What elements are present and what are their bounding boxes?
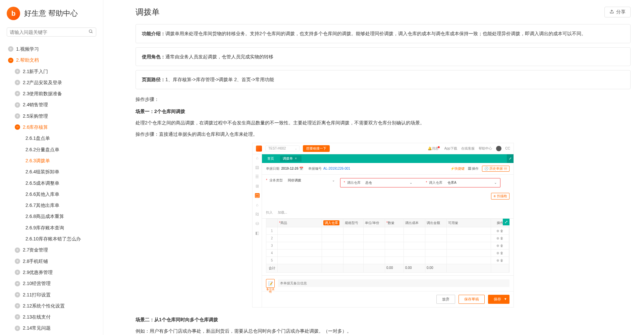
rail-icon[interactable]: ⌂ — [255, 203, 260, 207]
note-input[interactable] — [278, 279, 509, 287]
nav-item[interactable]: +2.7资金管理 — [7, 244, 96, 255]
nav-tree: +1.视频学习−2.帮助文档+2.1新手入门+2.2产品安装及登录+2.3使用前… — [7, 43, 96, 335]
table-row[interactable]: 1⊕ 🗑 — [266, 227, 509, 235]
quickkey-link[interactable]: ⚡快捷键 — [450, 166, 465, 171]
nav-label: 2.1新手入门 — [23, 69, 48, 74]
nav-item[interactable]: +2.14常见问题 — [7, 322, 96, 333]
nav-item[interactable]: +2.13在线支付 — [7, 311, 96, 322]
service-link[interactable]: 在线客服 — [461, 146, 475, 151]
plus-icon: + — [15, 259, 20, 264]
close-icon[interactable]: × — [295, 157, 297, 160]
nav-item[interactable]: +2.9优惠券管理 — [7, 267, 96, 278]
nav-item[interactable]: +2.10经营管理 — [7, 278, 96, 289]
plus-icon: + — [15, 281, 20, 286]
brand: b 好生意 帮助中心 — [7, 7, 96, 20]
save-button[interactable]: 保存 — [488, 295, 509, 304]
discard-button[interactable]: 放弃 — [436, 295, 455, 304]
nav-item[interactable]: +2.1新手入门 — [7, 66, 96, 77]
scan-input-field[interactable]: 扫入 加载... — [266, 210, 287, 215]
action-bar: 放弃 保存草稿 保存 — [262, 291, 514, 307]
rail-icon[interactable]: ⊞ — [255, 184, 260, 188]
nav-item[interactable]: −2.帮助文档 — [7, 54, 96, 65]
nav-label: 2.6.10库存账本错了怎么办 — [25, 236, 81, 241]
plus-icon: + — [15, 69, 20, 74]
note-icon[interactable]: 📝备注说明 — [266, 279, 275, 288]
nav-item[interactable]: +1.视频学习 — [7, 43, 96, 54]
history-button[interactable]: 🕘 历史单据 ▤ — [482, 166, 509, 172]
app-logo-icon — [256, 146, 262, 152]
rail-icon-active[interactable]: ◫ — [255, 193, 260, 198]
msg-link[interactable]: 🔔消息 — [428, 146, 440, 151]
nav-item[interactable]: 2.6.1盘点单 — [7, 132, 96, 144]
tab-doc[interactable]: 调拨单× — [280, 156, 302, 162]
plus-icon: + — [15, 80, 20, 85]
nav-label: 2.12系统个性化设置 — [23, 303, 65, 309]
note-row: 📝备注说明 — [262, 275, 514, 291]
nav-item[interactable]: 2.6.5成本调整单 — [7, 177, 96, 188]
nav-item[interactable]: +2.2产品安装及登录 — [7, 77, 96, 88]
plus-icon: + — [15, 247, 20, 253]
out-wh-field[interactable]: *调出仓库 总仓⌄ — [344, 180, 413, 185]
table-row[interactable]: 2⊕ 🗑 — [266, 235, 509, 242]
expand-icon[interactable]: ⤢ — [507, 154, 514, 163]
nav-label: 2.6.9库存账本查询 — [25, 225, 64, 230]
table-row[interactable]: 5⊕ 🗑 — [266, 257, 509, 264]
nav-item[interactable]: 2.6.3调拨单 — [7, 155, 96, 166]
nav-item[interactable]: +2.15操作案例 — [7, 334, 96, 335]
rail-icon[interactable]: ▤ — [255, 165, 260, 170]
date-value[interactable]: 2019-12-26 — [281, 167, 299, 170]
fullscreen-icon[interactable]: ⤢ — [503, 219, 509, 225]
nav-label: 2.4销售管理 — [23, 102, 48, 108]
nav-item[interactable]: −2.6库存核算 — [7, 121, 96, 132]
col-in-pill[interactable]: 调入仓库 — [323, 220, 339, 225]
nav-label: 2.10经营管理 — [23, 281, 51, 286]
app-link[interactable]: App下载 — [444, 146, 457, 151]
search-box[interactable] — [7, 27, 96, 37]
role-text: 通常由业务人员发起调拨，仓管人员完成实物的转移 — [165, 54, 273, 59]
doc-no-label: 单据编号 — [308, 167, 322, 170]
scene1-desc: 处理2个仓库之间的商品调拨，在调拨过程中不会发生商品数量的不一致性。主要处理近距… — [136, 118, 631, 127]
in-wh-field[interactable]: *调入仓库 仓库A⌄ — [426, 180, 496, 185]
rail-icon[interactable]: ◧ — [255, 231, 260, 235]
search-input[interactable] — [10, 30, 89, 35]
rail-icon[interactable]: ⌂ — [255, 156, 260, 160]
nav-item[interactable]: +2.11打印设置 — [7, 289, 96, 300]
nav-item[interactable]: 2.6.7其他出库单 — [7, 200, 96, 211]
nav-item[interactable]: 2.6.2分量盘点单 — [7, 144, 96, 155]
intro-label: 功能介绍： — [142, 31, 165, 36]
tab-bar: 首页 调拨单× ⤢ — [262, 154, 514, 163]
share-button[interactable]: 分享 — [604, 7, 631, 17]
biztype-field[interactable]: *业务类型 同价调拨⌄ — [266, 178, 335, 183]
table-row[interactable]: 3⊕ 🗑 — [266, 242, 509, 249]
ops-link[interactable]: ☰ 操作 — [468, 166, 479, 171]
nav-item[interactable]: +2.4销售管理 — [7, 99, 96, 110]
nav-item[interactable]: +2.3使用前数据准备 — [7, 88, 96, 99]
avatar-icon[interactable] — [496, 146, 501, 151]
doc-no-value[interactable]: AL-20191226-001 — [323, 167, 350, 170]
top-search-button[interactable]: 想要啥搜一下 — [303, 145, 330, 152]
table-row[interactable]: 4⊕ 🗑 — [266, 249, 509, 257]
nav-item[interactable]: 2.6.9库存账本查询 — [7, 222, 96, 233]
nav-item[interactable]: 2.6.6其他入库单 — [7, 188, 96, 200]
search-icon[interactable] — [89, 29, 93, 35]
scan-button[interactable]: ⊕ 扫描枪 — [491, 193, 509, 200]
nav-item[interactable]: +2.8手机旺铺 — [7, 256, 96, 267]
draft-button[interactable]: 保存草稿 — [459, 295, 485, 304]
help-link[interactable]: 帮助中心 — [479, 146, 492, 151]
org-selector[interactable]: TEST-H002 — [265, 146, 300, 151]
nav-item[interactable]: 2.6.4组装拆卸单 — [7, 166, 96, 177]
rail-icon[interactable]: ☰ — [255, 174, 260, 179]
nav-label: 2.11打印设置 — [23, 292, 51, 297]
nav-item[interactable]: 2.6.10库存账本错了怎么办 — [7, 233, 96, 244]
brand-title: 好生意 帮助中心 — [24, 8, 78, 18]
nav-label: 2.8手机旺铺 — [23, 259, 48, 264]
role-label: 使用角色： — [142, 54, 165, 59]
rail-icon[interactable]: ₪ — [255, 212, 260, 217]
nav-label: 2.3使用前数据准备 — [23, 91, 62, 96]
nav-item[interactable]: 2.6.8商品成本重算 — [7, 211, 96, 222]
minus-icon: − — [15, 124, 20, 130]
rail-icon[interactable]: ⛁ — [255, 221, 260, 226]
nav-item[interactable]: +2.5采购管理 — [7, 110, 96, 121]
tab-home[interactable]: 首页 — [265, 156, 279, 162]
nav-item[interactable]: +2.12系统个性化设置 — [7, 300, 96, 311]
